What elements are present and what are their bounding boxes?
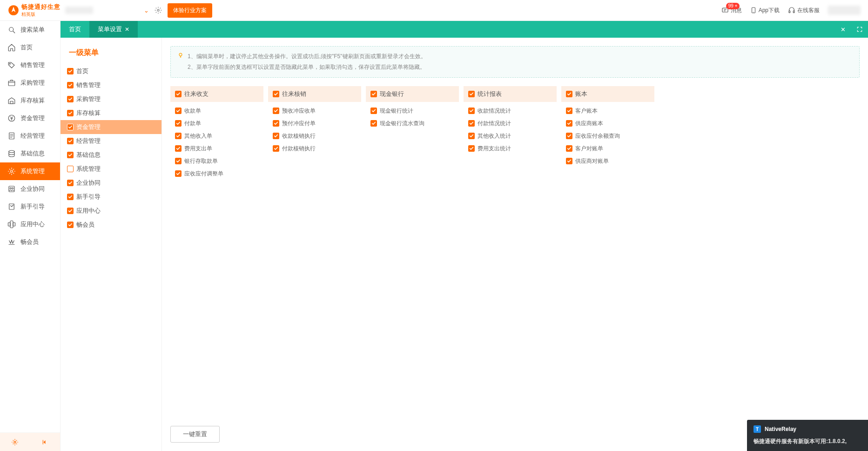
group-header[interactable]: 现金银行: [366, 86, 459, 102]
close-icon[interactable]: ✕: [125, 26, 129, 33]
checkbox[interactable]: [67, 180, 74, 186]
checkbox[interactable]: [468, 120, 475, 127]
level1-item-3[interactable]: 库存核算: [61, 106, 161, 120]
checkbox[interactable]: [468, 145, 475, 152]
sub-menu-item[interactable]: 收款核销执行: [270, 130, 359, 142]
checkbox[interactable]: [273, 120, 279, 127]
level1-item-9[interactable]: 新手引导: [61, 190, 161, 204]
sub-menu-item[interactable]: 供应商账本: [563, 117, 653, 130]
checkbox[interactable]: [175, 170, 182, 177]
checkbox[interactable]: [566, 158, 572, 164]
sub-menu-item[interactable]: 其他收入统计: [465, 130, 555, 142]
checkbox[interactable]: [370, 108, 377, 114]
checkbox[interactable]: [175, 158, 182, 164]
sub-menu-item[interactable]: 客户对账单: [563, 142, 653, 155]
sub-menu-item[interactable]: 收款单: [172, 105, 262, 117]
footer-settings-button[interactable]: [0, 433, 30, 451]
checkbox[interactable]: [175, 133, 182, 139]
sub-menu-item[interactable]: 银行存取款单: [172, 155, 262, 168]
messages-button[interactable]: 99 + 消息: [721, 7, 742, 14]
checkbox[interactable]: [67, 152, 74, 158]
sub-menu-item[interactable]: 费用支出单: [172, 142, 262, 155]
customer-service-button[interactable]: 在线客服: [788, 7, 820, 14]
user-avatar[interactable]: [828, 6, 861, 15]
tab-home[interactable]: 首页: [61, 21, 89, 38]
sidebar-item-6[interactable]: 经营管理: [0, 127, 60, 145]
level1-item-11[interactable]: 畅会员: [61, 218, 161, 232]
checkbox[interactable]: [273, 145, 279, 152]
level1-item-7[interactable]: 系统管理: [61, 162, 161, 176]
app-download-button[interactable]: App下载: [750, 7, 780, 14]
sidebar-item-5[interactable]: 资金管理: [0, 109, 60, 127]
sidebar-item-12[interactable]: 畅会员: [0, 233, 60, 251]
level1-item-5[interactable]: 经营管理: [61, 134, 161, 148]
checkbox[interactable]: [67, 138, 74, 144]
checkbox[interactable]: [370, 91, 377, 97]
sub-menu-item[interactable]: 付款情况统计: [465, 117, 555, 130]
footer-collapse-button[interactable]: [30, 433, 61, 451]
sub-menu-item[interactable]: 现金银行流水查询: [368, 117, 457, 130]
checkbox[interactable]: [67, 68, 74, 74]
checkbox[interactable]: [67, 124, 74, 130]
checkbox[interactable]: [273, 133, 279, 139]
sub-menu-item[interactable]: 应收应付余额查询: [563, 130, 653, 142]
org-selector[interactable]: ⌄: [65, 7, 149, 14]
group-header[interactable]: 账本: [561, 86, 654, 102]
tab-menu-settings[interactable]: 菜单设置 ✕: [89, 21, 138, 38]
checkbox[interactable]: [175, 108, 182, 114]
sidebar-item-2[interactable]: 销售管理: [0, 56, 60, 74]
sub-menu-item[interactable]: 费用支出统计: [465, 142, 555, 155]
reset-button[interactable]: 一键重置: [170, 426, 220, 443]
checkbox[interactable]: [566, 120, 572, 127]
checkbox[interactable]: [566, 108, 572, 114]
settings-icon[interactable]: [155, 7, 162, 14]
checkbox[interactable]: [67, 222, 74, 228]
sub-menu-item[interactable]: 客户账本: [563, 105, 653, 117]
sidebar-item-8[interactable]: 系统管理: [0, 162, 60, 180]
sidebar-item-11[interactable]: 应用中心: [0, 215, 60, 233]
sidebar-item-0[interactable]: 搜索菜单: [0, 21, 60, 39]
checkbox[interactable]: [67, 82, 74, 88]
checkbox[interactable]: [67, 110, 74, 116]
level1-item-6[interactable]: 基础信息: [61, 148, 161, 162]
group-header[interactable]: 统计报表: [464, 86, 557, 102]
checkbox[interactable]: [67, 194, 74, 200]
checkbox[interactable]: [566, 133, 572, 139]
checkbox[interactable]: [175, 145, 182, 152]
sub-menu-item[interactable]: 供应商对账单: [563, 155, 653, 168]
group-header[interactable]: 往来核销: [268, 86, 361, 102]
sub-menu-item[interactable]: 预收冲应收单: [270, 105, 359, 117]
sidebar-item-10[interactable]: 新手引导: [0, 198, 60, 215]
checkbox[interactable]: [175, 91, 182, 97]
level1-item-2[interactable]: 采购管理: [61, 92, 161, 106]
sub-menu-item[interactable]: 预付冲应付单: [270, 117, 359, 130]
checkbox[interactable]: [370, 120, 377, 127]
checkbox[interactable]: [67, 166, 74, 172]
sidebar-item-9[interactable]: 企业协同: [0, 180, 60, 198]
level1-item-1[interactable]: 销售管理: [61, 78, 161, 92]
level1-item-8[interactable]: 企业协同: [61, 176, 161, 190]
group-header[interactable]: 往来收支: [170, 86, 263, 102]
checkbox[interactable]: [566, 91, 572, 97]
sub-menu-item[interactable]: 付款核销执行: [270, 142, 359, 155]
level1-item-4[interactable]: 资金管理: [61, 120, 161, 134]
sub-menu-item[interactable]: 现金银行统计: [368, 105, 457, 117]
checkbox[interactable]: [468, 108, 475, 114]
sidebar-item-4[interactable]: 库存核算: [0, 92, 60, 109]
tab-close-all-button[interactable]: ✕: [834, 21, 851, 38]
checkbox[interactable]: [468, 91, 475, 97]
industry-plan-button[interactable]: 体验行业方案: [168, 3, 212, 18]
sub-menu-item[interactable]: 收款情况统计: [465, 105, 555, 117]
checkbox[interactable]: [468, 133, 475, 139]
sub-menu-item[interactable]: 应收应付调整单: [172, 168, 262, 180]
checkbox[interactable]: [273, 108, 279, 114]
checkbox[interactable]: [566, 145, 572, 152]
sidebar-item-3[interactable]: 采购管理: [0, 74, 60, 92]
level1-item-0[interactable]: 首页: [61, 64, 161, 78]
sidebar-item-7[interactable]: 基础信息: [0, 145, 60, 162]
checkbox[interactable]: [67, 96, 74, 102]
level1-item-10[interactable]: 应用中心: [61, 204, 161, 218]
checkbox[interactable]: [273, 91, 279, 97]
sidebar-item-1[interactable]: 首页: [0, 39, 60, 56]
checkbox[interactable]: [67, 208, 74, 214]
